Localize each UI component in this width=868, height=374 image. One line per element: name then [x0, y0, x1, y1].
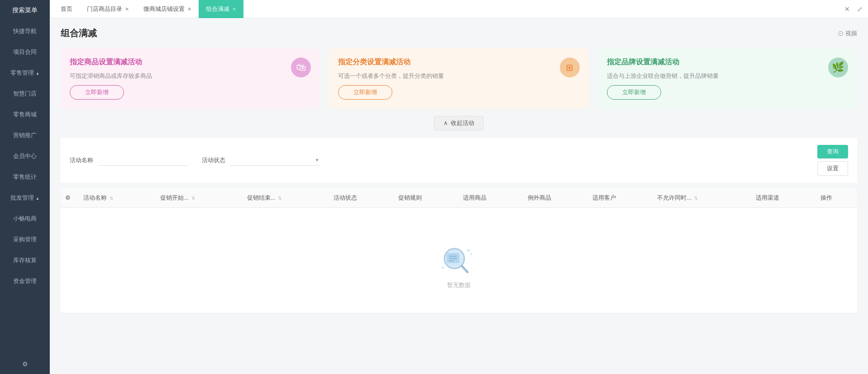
collapse-activity-btn[interactable]: ∧ 收起活动 — [434, 116, 484, 130]
search-actions: 查询 设置 — [817, 145, 848, 176]
activity-name-input[interactable] — [98, 155, 188, 166]
tab-store-catalog[interactable]: 门店商品目录 ✕ — [80, 0, 136, 18]
brand-card-icon: 🌿 — [828, 58, 848, 77]
sidebar-item-finance-mgmt[interactable]: 资金管理 — [0, 271, 50, 292]
table-col-promo-start: 促销开始... ⇅ — [156, 188, 243, 208]
query-button[interactable]: 查询 — [817, 145, 848, 158]
product-card-desc: 可指定滞销商品或库存较多商品 — [70, 72, 311, 81]
table-col-activity-name: 活动名称 ⇅ — [79, 188, 156, 208]
sidebar-item-wholesale-mgmt[interactable]: 批发管理 — [0, 187, 50, 208]
table-col-applicable-goods: 适用商品 — [458, 188, 523, 208]
brand-card-title: 指定品牌设置满减活动 — [607, 58, 848, 67]
close-window-button[interactable]: ✕ — [843, 5, 852, 14]
activity-status-label: 活动状态 — [202, 156, 225, 164]
svg-point-10 — [442, 266, 444, 269]
promo-card-product: 🛍 指定商品设置满减活动 可指定滞销商品或库存较多商品 立即新增 — [61, 48, 320, 109]
table-body: 暂无数据 — [61, 207, 857, 313]
video-link[interactable]: ⊙ 视频 — [838, 29, 857, 38]
search-bar: 活动名称 活动状态 进行中 未开始 已结束 ▾ 查询 设置 — [61, 138, 857, 183]
main-area: 首页 门店商品目录 ✕ 微商城店铺设置 ✕ 组合满减 ✕ ✕ ⤢ 组合满减 ⊙ … — [50, 0, 868, 374]
sidebar-item-inventory-calc[interactable]: 库存核算 — [0, 250, 50, 271]
table-col-applicable-channel: 适用渠道 — [751, 188, 816, 208]
tab-ministore-settings[interactable]: 微商城店铺设置 ✕ — [136, 0, 199, 18]
sidebar-item-project-contract[interactable]: 项目合同 — [0, 42, 50, 62]
page-title: 组合满减 — [61, 27, 97, 39]
product-card-add-btn[interactable]: 立即新增 — [70, 85, 124, 100]
table-col-applicable-customer: 适用客户 — [588, 188, 653, 208]
svg-rect-2 — [447, 253, 459, 263]
content-area: 组合满减 ⊙ 视频 🛍 指定商品设置满减活动 可指定滞销商品或库存较多商品 立即… — [50, 18, 868, 374]
close-combo-discount-icon[interactable]: ✕ — [232, 0, 236, 18]
table-col-promo-end: 促销结束... ⇅ — [243, 188, 329, 208]
tabs-bar: 首页 门店商品目录 ✕ 微商城店铺设置 ✕ 组合满减 ✕ ✕ ⤢ — [50, 0, 868, 18]
sidebar-item-quick-nav[interactable]: 快捷导航 — [0, 21, 50, 42]
table-container: ⚙ 活动名称 ⇅ 促销开始... ⇅ 促销结束... ⇅ — [61, 188, 857, 313]
maximize-window-button[interactable]: ⤢ — [855, 5, 864, 14]
svg-point-8 — [467, 249, 470, 252]
sidebar-item-retail-mall[interactable]: 零售商城 — [0, 104, 50, 125]
empty-state-row: 暂无数据 — [61, 207, 857, 313]
category-card-title: 指定分类设置满减活动 — [338, 58, 579, 67]
svg-line-6 — [462, 266, 467, 272]
window-controls: ✕ ⤢ — [843, 5, 864, 14]
table-col-promo-rule: 促销规则 — [394, 188, 458, 208]
settings-button[interactable]: 设置 — [817, 161, 848, 176]
collapse-icon: ∧ — [444, 120, 448, 126]
table-settings-icon[interactable]: ⚙ — [65, 194, 71, 201]
empty-state-illustration — [434, 240, 484, 281]
close-ministore-settings-icon[interactable]: ✕ — [187, 0, 191, 18]
empty-state: 暂无数据 — [65, 213, 853, 307]
tab-home[interactable]: 首页 — [53, 0, 80, 18]
sidebar-item-member-center[interactable]: 会员中心 — [0, 146, 50, 167]
promo-card-brand: 🌿 指定品牌设置满减活动 适合与上游企业联合做营销，提升品牌销量 立即新增 — [598, 48, 857, 109]
table-col-operation: 操作 — [816, 188, 857, 208]
table-header: ⚙ 活动名称 ⇅ 促销开始... ⇅ 促销结束... ⇅ — [61, 188, 857, 208]
activity-status-field: 活动状态 进行中 未开始 已结束 ▾ — [202, 155, 320, 166]
sidebar-item-retail-management[interactable]: 零售管理 — [0, 62, 50, 83]
table-header-row: ⚙ 活动名称 ⇅ 促销开始... ⇅ 促销结束... ⇅ — [61, 188, 857, 208]
close-store-catalog-icon[interactable]: ✕ — [125, 0, 129, 18]
table-col-exception-goods: 例外商品 — [523, 188, 588, 208]
activity-status-select-wrapper: 进行中 未开始 已结束 ▾ — [230, 155, 320, 166]
sort-promo-end-icon[interactable]: ⇅ — [278, 196, 281, 201]
empty-state-text: 暂无数据 — [65, 281, 853, 289]
activity-name-label: 活动名称 — [70, 156, 93, 164]
play-circle-icon: ⊙ — [838, 29, 844, 38]
sidebar-item-marketing[interactable]: 营销推广 — [0, 125, 50, 146]
category-card-add-btn[interactable]: 立即新增 — [338, 85, 392, 100]
sort-promo-start-icon[interactable]: ⇅ — [191, 196, 195, 201]
activity-status-select[interactable]: 进行中 未开始 已结束 — [230, 155, 320, 165]
promo-card-row: 🛍 指定商品设置满减活动 可指定滞销商品或库存较多商品 立即新增 ⊞ 指定分类设… — [61, 48, 857, 109]
sidebar-item-xiaochang-ecom[interactable]: 小畅电商 — [0, 208, 50, 229]
brand-card-add-btn[interactable]: 立即新增 — [607, 85, 661, 100]
activity-table: ⚙ 活动名称 ⇅ 促销开始... ⇅ 促销结束... ⇅ — [61, 188, 857, 313]
brand-card-desc: 适合与上游企业联合做营销，提升品牌销量 — [607, 72, 848, 81]
activity-name-field: 活动名称 — [70, 155, 188, 166]
svg-point-9 — [470, 253, 472, 255]
sidebar-item-smart-store[interactable]: 智慧门店 — [0, 83, 50, 104]
product-card-icon: 🛍 — [291, 58, 311, 77]
empty-state-cell: 暂无数据 — [61, 207, 857, 313]
sidebar-item-retail-stats[interactable]: 零售统计 — [0, 167, 50, 187]
table-col-not-allow-concurrent: 不允许同时... ⇅ — [653, 188, 751, 208]
page-header: 组合满减 ⊙ 视频 — [61, 27, 857, 39]
sidebar-settings[interactable]: ⚙ — [0, 354, 50, 374]
collapse-bar: ∧ 收起活动 — [61, 116, 857, 130]
category-card-desc: 可选一个或者多个分类，提升分类的销量 — [338, 72, 579, 81]
sidebar-search[interactable]: 搜索菜单 — [0, 0, 50, 21]
table-col-activity-status: 活动状态 — [329, 188, 394, 208]
sort-activity-name-icon[interactable]: ⇅ — [110, 196, 113, 201]
sidebar: 搜索菜单 快捷导航 项目合同 零售管理 智慧门店 零售商城 营销推广 会员中心 … — [0, 0, 50, 374]
table-col-settings: ⚙ — [61, 188, 79, 208]
promo-card-category: ⊞ 指定分类设置满减活动 可选一个或者多个分类，提升分类的销量 立即新增 — [329, 48, 588, 109]
category-card-icon: ⊞ — [560, 58, 580, 77]
tab-combo-discount[interactable]: 组合满减 ✕ — [199, 0, 243, 18]
sidebar-item-purchase-mgmt[interactable]: 采购管理 — [0, 229, 50, 250]
product-card-title: 指定商品设置满减活动 — [70, 58, 311, 67]
sort-concurrent-icon[interactable]: ⇅ — [694, 196, 698, 201]
